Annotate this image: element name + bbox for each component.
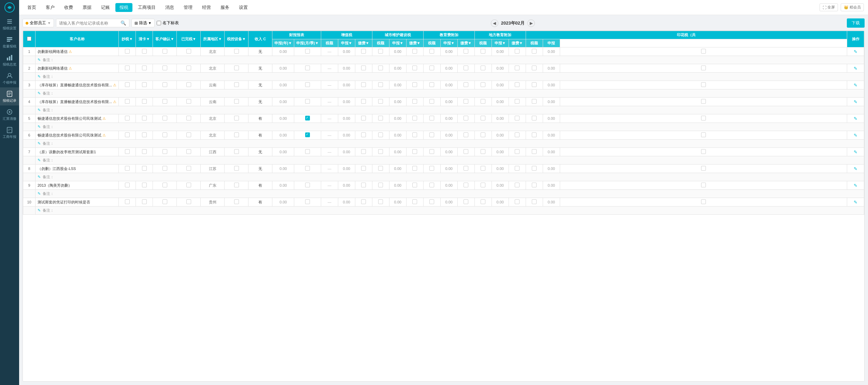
unchecked-checkbox[interactable] <box>378 49 383 54</box>
nav-settings[interactable]: 设置 <box>235 3 252 12</box>
unchecked-checkbox[interactable] <box>515 199 520 204</box>
th-chengshi-fee[interactable]: 缴费▼ <box>406 39 423 47</box>
prev-page-button[interactable]: ◀ <box>491 19 498 27</box>
unchecked-checkbox[interactable] <box>429 66 434 70</box>
note-edit-icon[interactable]: ✎ <box>38 125 41 129</box>
edit-icon[interactable]: ✎ <box>854 83 857 88</box>
unchecked-checkbox[interactable] <box>142 99 147 104</box>
unchecked-checkbox[interactable] <box>361 116 366 120</box>
unchecked-checkbox[interactable] <box>532 166 537 171</box>
unchecked-checkbox[interactable] <box>234 132 239 137</box>
search-button[interactable]: 🔍 <box>118 19 129 27</box>
unchecked-checkbox[interactable] <box>125 183 130 187</box>
unchecked-checkbox[interactable] <box>378 66 383 70</box>
unchecked-checkbox[interactable] <box>429 132 434 137</box>
unchecked-checkbox[interactable] <box>515 49 520 54</box>
unchecked-checkbox[interactable] <box>464 82 468 87</box>
unchecked-checkbox[interactable] <box>481 132 485 137</box>
nav-service[interactable]: 服务 <box>216 3 233 12</box>
th-yinshua-declare[interactable]: 申报 <box>543 39 560 47</box>
edit-icon[interactable]: ✎ <box>854 166 857 171</box>
unchecked-checkbox[interactable] <box>305 66 310 70</box>
unchecked-checkbox[interactable] <box>162 99 167 104</box>
unchecked-checkbox[interactable] <box>142 199 147 204</box>
unchecked-checkbox[interactable] <box>142 49 147 54</box>
unchecked-checkbox[interactable] <box>305 183 310 187</box>
unchecked-checkbox[interactable] <box>305 166 310 171</box>
th-copy-tax[interactable]: 抄税▼ <box>119 31 136 47</box>
unchecked-checkbox[interactable] <box>361 49 366 54</box>
edit-cell[interactable]: ✎ <box>847 198 864 206</box>
unchecked-checkbox[interactable] <box>162 183 167 187</box>
note-edit-icon[interactable]: ✎ <box>38 141 41 145</box>
unchecked-checkbox[interactable] <box>515 99 520 104</box>
edit-icon[interactable]: ✎ <box>854 66 857 71</box>
nav-invoice[interactable]: 票据 <box>79 3 96 12</box>
sidebar-item-tax-overview[interactable]: 报税总览 <box>0 51 19 69</box>
th-clear-card[interactable]: 清卡▼ <box>136 31 153 47</box>
edit-cell[interactable]: ✎ <box>847 114 864 123</box>
unchecked-checkbox[interactable] <box>305 82 310 87</box>
unchecked-checkbox[interactable] <box>142 183 147 187</box>
unchecked-checkbox[interactable] <box>464 183 468 187</box>
th-caibao-month[interactable]: 申报(月/季)▼ <box>294 39 321 47</box>
unchecked-checkbox[interactable] <box>701 199 706 204</box>
unchecked-checkbox[interactable] <box>429 199 434 204</box>
named-list-checkbox[interactable]: 名下标表 <box>157 20 179 26</box>
edit-icon[interactable]: ✎ <box>854 49 857 54</box>
unchecked-checkbox[interactable] <box>361 166 366 171</box>
unchecked-checkbox[interactable] <box>186 99 191 104</box>
note-edit-icon[interactable]: ✎ <box>38 74 41 79</box>
checked-checkbox[interactable] <box>305 132 310 137</box>
unchecked-checkbox[interactable] <box>701 49 706 54</box>
unchecked-checkbox[interactable] <box>701 116 706 120</box>
unchecked-checkbox[interactable] <box>361 183 366 187</box>
unchecked-checkbox[interactable] <box>125 116 130 120</box>
unchecked-checkbox[interactable] <box>162 49 167 54</box>
th-name[interactable]: 客户名称 <box>35 31 119 47</box>
unchecked-checkbox[interactable] <box>481 116 485 120</box>
unchecked-checkbox[interactable] <box>361 149 366 154</box>
th-confirm[interactable]: 客户确认▼ <box>153 31 177 47</box>
filter-button[interactable]: ⊞ 筛选 ▼ <box>131 19 155 27</box>
unchecked-checkbox[interactable] <box>234 99 239 104</box>
unchecked-checkbox[interactable] <box>701 166 706 171</box>
unchecked-checkbox[interactable] <box>234 82 239 87</box>
th-jiaoyu-declare[interactable]: 申报▼ <box>440 39 457 47</box>
unchecked-checkbox[interactable] <box>532 132 537 137</box>
unchecked-checkbox[interactable] <box>481 82 485 87</box>
unchecked-checkbox[interactable] <box>305 99 310 104</box>
unchecked-checkbox[interactable] <box>412 49 417 54</box>
edit-cell[interactable]: ✎ <box>847 181 864 190</box>
edit-cell[interactable]: ✎ <box>847 47 864 56</box>
member-button[interactable]: 👑 稻会员 <box>841 3 864 11</box>
unchecked-checkbox[interactable] <box>701 99 706 104</box>
unchecked-checkbox[interactable] <box>532 82 537 87</box>
unchecked-checkbox[interactable] <box>186 132 191 137</box>
unchecked-checkbox[interactable] <box>361 132 366 137</box>
unchecked-checkbox[interactable] <box>305 199 310 204</box>
th-chengshi-declare[interactable]: 申报▼ <box>389 39 406 47</box>
sidebar-item-settlement[interactable]: 汇算清缴 <box>0 105 19 124</box>
edit-icon[interactable]: ✎ <box>854 183 857 188</box>
unchecked-checkbox[interactable] <box>125 132 130 137</box>
unchecked-checkbox[interactable] <box>412 99 417 104</box>
unchecked-checkbox[interactable] <box>515 132 520 137</box>
unchecked-checkbox[interactable] <box>701 183 706 187</box>
unchecked-checkbox[interactable] <box>378 183 383 187</box>
unchecked-checkbox[interactable] <box>429 116 434 120</box>
unchecked-checkbox[interactable] <box>481 183 485 187</box>
unchecked-checkbox[interactable] <box>412 82 417 87</box>
unchecked-checkbox[interactable] <box>162 132 167 137</box>
unchecked-checkbox[interactable] <box>378 149 383 154</box>
edit-icon[interactable]: ✎ <box>854 133 857 138</box>
note-edit-icon[interactable]: ✎ <box>38 208 41 212</box>
unchecked-checkbox[interactable] <box>378 132 383 137</box>
unchecked-checkbox[interactable] <box>186 166 191 171</box>
unchecked-checkbox[interactable] <box>234 183 239 187</box>
unchecked-checkbox[interactable] <box>412 132 417 137</box>
edit-cell[interactable]: ✎ <box>847 81 864 89</box>
unchecked-checkbox[interactable] <box>515 166 520 171</box>
sidebar-item-personal-tax[interactable]: 个税申报 <box>0 69 19 87</box>
unchecked-checkbox[interactable] <box>481 166 485 171</box>
